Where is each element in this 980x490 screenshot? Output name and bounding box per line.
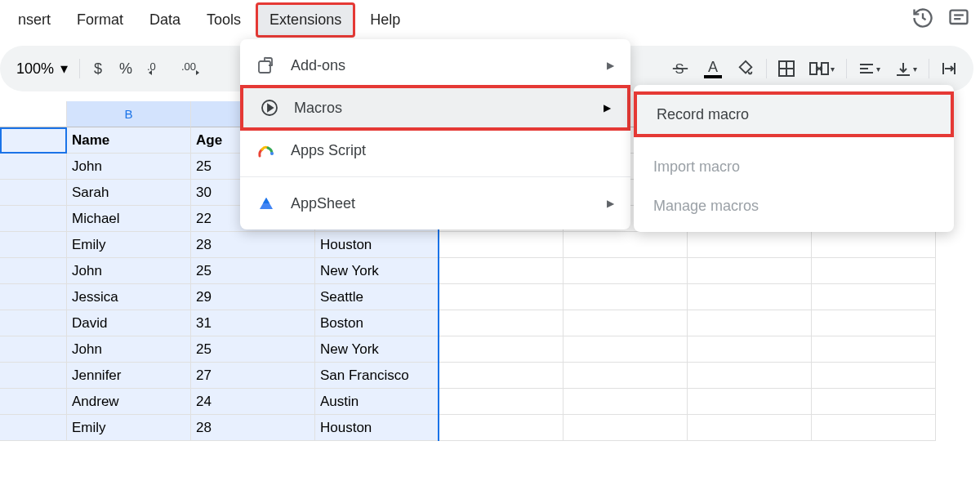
borders-button[interactable] <box>772 54 801 83</box>
cell[interactable]: Andrew <box>67 389 191 415</box>
cell[interactable] <box>0 232 67 258</box>
macros-menu-item[interactable]: Macros ▶ <box>240 85 630 131</box>
cell[interactable] <box>812 363 936 389</box>
cell[interactable] <box>688 310 812 336</box>
cell[interactable]: New York <box>315 336 439 363</box>
cell[interactable] <box>688 415 812 441</box>
addons-menu-item[interactable]: Add-ons ▶ <box>240 46 630 85</box>
manage-macros-item[interactable]: Manage macros <box>634 186 954 225</box>
cell[interactable] <box>688 284 812 310</box>
import-macro-item[interactable]: Import macro <box>634 147 954 186</box>
cell[interactable]: 28 <box>191 415 315 441</box>
increase-decimal-button[interactable]: .00 <box>175 54 211 83</box>
cell[interactable]: David <box>67 310 191 336</box>
cell[interactable] <box>439 389 564 415</box>
cell[interactable] <box>0 363 67 389</box>
cell[interactable]: Boston <box>315 310 439 336</box>
cell[interactable] <box>564 284 688 310</box>
fill-color-button[interactable] <box>730 54 761 83</box>
cell[interactable] <box>0 127 67 154</box>
cell[interactable] <box>439 415 564 441</box>
appsheet-menu-item[interactable]: AppSheet ▶ <box>240 184 630 223</box>
cell[interactable]: 25 <box>191 258 315 284</box>
cell[interactable] <box>564 232 688 258</box>
menu-insert[interactable]: nsert <box>7 5 62 35</box>
cell[interactable] <box>812 389 936 415</box>
cell[interactable] <box>439 310 564 336</box>
cell[interactable] <box>0 258 67 284</box>
cell[interactable]: Sarah <box>67 180 191 206</box>
horizontal-align-button[interactable]: ▾ <box>852 54 887 83</box>
cell[interactable]: Houston <box>315 415 439 441</box>
cell[interactable] <box>688 363 812 389</box>
cell[interactable] <box>0 415 67 441</box>
menu-data[interactable]: Data <box>138 5 192 35</box>
cell[interactable] <box>812 258 936 284</box>
cell[interactable]: Jessica <box>67 284 191 310</box>
menu-extensions[interactable]: Extensions <box>256 2 355 38</box>
apps-script-menu-item[interactable]: Apps Script <box>240 131 630 170</box>
cell[interactable] <box>688 336 812 363</box>
cell[interactable]: 27 <box>191 363 315 389</box>
cell[interactable]: New York <box>315 258 439 284</box>
cell[interactable] <box>688 258 812 284</box>
cell[interactable]: John <box>67 154 191 180</box>
cell[interactable] <box>0 310 67 336</box>
zoom-dropdown[interactable]: 100% ▾ <box>10 60 74 78</box>
menu-format[interactable]: Format <box>65 5 135 35</box>
strikethrough-button[interactable]: S <box>665 54 696 83</box>
cell[interactable] <box>688 232 812 258</box>
cell[interactable]: Emily <box>67 232 191 258</box>
cell[interactable]: 24 <box>191 389 315 415</box>
cell[interactable]: Austin <box>315 389 439 415</box>
merge-cells-button[interactable]: ▾ <box>803 54 841 83</box>
row-header-corner[interactable] <box>0 101 67 127</box>
col-header-b[interactable]: B <box>67 101 191 127</box>
cell[interactable]: John <box>67 336 191 363</box>
cell[interactable] <box>564 415 688 441</box>
cell[interactable]: 25 <box>191 336 315 363</box>
record-macro-item[interactable]: Record macro <box>634 91 954 137</box>
cell[interactable] <box>0 154 67 180</box>
cell[interactable]: Michael <box>67 206 191 232</box>
cell[interactable] <box>564 389 688 415</box>
vertical-align-button[interactable]: ▾ <box>889 54 924 83</box>
cell[interactable]: Jennifer <box>67 363 191 389</box>
cell[interactable] <box>812 310 936 336</box>
text-wrap-button[interactable] <box>934 54 964 83</box>
cell[interactable] <box>812 284 936 310</box>
cell[interactable] <box>564 310 688 336</box>
cell[interactable]: 28 <box>191 232 315 258</box>
cell[interactable] <box>812 336 936 363</box>
text-color-button[interactable]: A <box>697 54 728 83</box>
cell[interactable] <box>0 336 67 363</box>
cell[interactable] <box>439 336 564 363</box>
cell[interactable]: Name <box>67 127 191 154</box>
menu-tools[interactable]: Tools <box>195 5 252 35</box>
cell[interactable] <box>439 363 564 389</box>
cell[interactable] <box>564 336 688 363</box>
cell[interactable] <box>0 389 67 415</box>
comments-icon[interactable] <box>947 7 970 29</box>
cell[interactable] <box>564 363 688 389</box>
cell[interactable]: San Francisco <box>315 363 439 389</box>
currency-format-button[interactable]: $ <box>85 54 111 83</box>
cell[interactable] <box>439 284 564 310</box>
cell[interactable] <box>564 258 688 284</box>
cell[interactable] <box>0 284 67 310</box>
cell[interactable] <box>439 232 564 258</box>
cell[interactable] <box>439 258 564 284</box>
cell[interactable]: Houston <box>315 232 439 258</box>
cell[interactable] <box>0 180 67 206</box>
history-icon[interactable] <box>911 7 934 29</box>
cell[interactable] <box>688 389 812 415</box>
cell[interactable] <box>0 206 67 232</box>
cell[interactable]: 31 <box>191 310 315 336</box>
cell[interactable]: 29 <box>191 284 315 310</box>
decrease-decimal-button[interactable]: .0 <box>140 54 173 83</box>
cell[interactable] <box>812 415 936 441</box>
percent-format-button[interactable]: % <box>113 54 139 83</box>
cell[interactable]: Seattle <box>315 284 439 310</box>
cell[interactable]: Emily <box>67 415 191 441</box>
menu-help[interactable]: Help <box>359 5 412 35</box>
